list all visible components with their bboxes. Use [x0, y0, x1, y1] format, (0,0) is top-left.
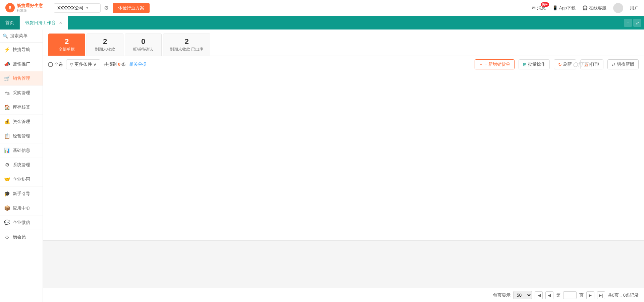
sidebar-label-purchase: 采购管理: [13, 90, 30, 96]
prev-page-button[interactable]: ◀: [545, 291, 553, 299]
sidebar-item-operations[interactable]: 📋 经营管理: [0, 129, 43, 143]
batch-button[interactable]: ⊞ 批量操作: [519, 59, 550, 69]
next-page-button[interactable]: ▶: [586, 291, 594, 299]
batch-icon: ⊞: [523, 62, 527, 67]
bag-icon: 🛍: [4, 90, 10, 96]
phone-icon: 📱: [552, 5, 558, 10]
tab-home[interactable]: 首页: [0, 16, 20, 29]
stat-tab-overdue-unshipped[interactable]: 2 到期未收款 已出库: [163, 34, 210, 56]
message-button[interactable]: ✉ 消息 99+: [532, 5, 546, 11]
chat-icon: 💬: [4, 220, 10, 226]
box-icon: 📦: [4, 205, 10, 211]
house-icon: 🏠: [4, 104, 10, 110]
refresh-button[interactable]: ↻ 刷新: [554, 59, 576, 69]
headset-icon: 🎧: [582, 5, 588, 10]
sidebar-item-purchase[interactable]: 🛍 采购管理: [0, 86, 43, 100]
avatar[interactable]: [613, 3, 623, 13]
sidebar-item-cooperation[interactable]: 🤝 企业协同: [0, 172, 43, 187]
handshake-icon: 🤝: [4, 176, 10, 182]
last-page-button[interactable]: ▶|: [597, 291, 605, 299]
sidebar-item-app-center[interactable]: 📦 应用中心: [0, 201, 43, 216]
company-name: XXXXXX公司: [57, 5, 84, 11]
print-button[interactable]: 🖨 打印: [580, 59, 603, 69]
search-menu[interactable]: 🔍 搜索菜单: [0, 29, 43, 43]
stat-label-all: 全部单据: [55, 47, 78, 52]
per-page-select[interactable]: 50 100 200: [513, 291, 532, 299]
stat-tab-all[interactable]: 2 全部单据: [48, 34, 85, 56]
pagination-bar: 每页显示 50 100 200 |◀ ◀ 第 1 页 ▶ ▶| 共0页，0条记录: [43, 288, 644, 302]
message-badge: 99+: [541, 2, 549, 7]
table-area: [43, 73, 644, 241]
related-link[interactable]: 相关单据: [129, 61, 147, 67]
stat-num-all: 2: [55, 37, 78, 46]
toolbar-right: ＋ + 新增销货单 ⊞ 批量操作 ↻ 刷新 🖨 打印 ⇄ 切换新版: [475, 59, 639, 69]
sidebar-label-sales: 销售管理: [13, 75, 30, 81]
sidebar-item-guide[interactable]: 🎓 新手引导: [0, 187, 43, 201]
maximize-button[interactable]: ⤢: [633, 19, 641, 27]
sidebar-label-cooperation: 企业协同: [13, 176, 30, 182]
trial-button[interactable]: 体验行业方案: [113, 3, 150, 13]
tab-workspace-label: 钱货日清工作台: [25, 20, 56, 26]
filter-icon: ▽: [70, 62, 73, 67]
sidebar-item-enterprise-wechat[interactable]: 💬 企业微信: [0, 216, 43, 230]
sidebar-item-quick-nav[interactable]: ⚡ 快捷导航: [0, 43, 43, 57]
print-icon: 🖨: [585, 62, 589, 67]
sidebar-label-inventory: 库存核算: [13, 104, 30, 110]
sidebar-label-marketing: 营销推广: [13, 61, 30, 67]
add-sale-button[interactable]: ＋ + 新增销货单: [475, 59, 515, 69]
switch-version-button[interactable]: ⇄ 切换新版: [607, 59, 639, 69]
chart-icon: 📊: [4, 147, 10, 154]
switch-label: 切换新版: [617, 61, 634, 67]
stat-tab-overdue[interactable]: 2 到期未收款: [87, 34, 123, 56]
sidebar-label-operations: 经营管理: [13, 133, 30, 139]
found-unit: 条: [121, 62, 126, 67]
sidebar-item-basics[interactable]: 📊 基础信息: [0, 143, 43, 158]
select-all-label: 全选: [54, 61, 63, 67]
search-icon: 🔍: [3, 34, 8, 39]
username[interactable]: 用户: [630, 5, 639, 11]
first-page-button[interactable]: |◀: [535, 291, 543, 299]
logo-icon: 6: [5, 3, 15, 12]
stat-tab-wangdian[interactable]: 0 旺铺待确认: [125, 34, 162, 56]
sidebar-label-guide: 新手引导: [13, 191, 30, 197]
search-menu-label: 搜索菜单: [10, 33, 28, 39]
service-label: 在线客服: [589, 5, 606, 11]
sidebar-label-quick-nav: 快捷导航: [13, 47, 30, 53]
cart-icon: 🛒: [4, 75, 10, 81]
toolbar: 全选 ▽ 更多条件 ∨ 共找到 0 条 相关单据 ＋ + 新增销货单 ⊞ 批量操…: [43, 56, 644, 73]
total-text: 共0页，0条记录: [608, 292, 639, 298]
refresh-label: 刷新: [563, 61, 572, 67]
sidebar-item-sales[interactable]: 🛒 销售管理: [0, 71, 43, 86]
app-download-button[interactable]: 📱 App下载: [552, 5, 576, 11]
stat-label-overdue: 到期未收款: [94, 47, 116, 52]
top-header: 6 畅捷通好生意 标准版 XXXXXX公司 ▼ ⚙ 体验行业方案 ✉ 消息 99…: [0, 0, 644, 16]
sidebar-item-inventory[interactable]: 🏠 库存核算: [0, 100, 43, 115]
page-input[interactable]: 1: [563, 291, 577, 299]
sidebar-label-enterprise-wechat: 企业微信: [13, 220, 30, 226]
stat-label-overdue-unshipped: 到期未收款 已出库: [170, 47, 203, 52]
online-service-button[interactable]: 🎧 在线客服: [582, 5, 606, 11]
tab-home-label: 首页: [5, 20, 14, 26]
tab-workspace[interactable]: 钱货日清工作台 ✕: [20, 16, 68, 29]
sidebar-item-system[interactable]: ⚙ 系统管理: [0, 158, 43, 172]
select-all-input[interactable]: [48, 62, 53, 67]
minimize-button[interactable]: －: [624, 19, 632, 27]
lightning-icon: ⚡: [4, 47, 10, 53]
found-prefix: 共找到: [104, 62, 117, 67]
select-all-checkbox[interactable]: 全选: [48, 61, 63, 67]
filter-button[interactable]: ▽ 更多条件 ∨: [66, 59, 100, 69]
sidebar-item-member[interactable]: ◇ 畅会员: [0, 230, 43, 244]
settings-icon[interactable]: ⚙: [104, 5, 109, 11]
page-suffix: 页: [579, 292, 584, 298]
sidebar-item-finance[interactable]: 💰 资金管理: [0, 115, 43, 129]
sidebar-item-marketing[interactable]: 📣 营销推广: [0, 57, 43, 71]
sidebar-label-app-center: 应用中心: [13, 205, 30, 211]
logo-text: 畅捷通好生意 标准版: [17, 3, 43, 13]
close-icon[interactable]: ✕: [59, 21, 62, 25]
logo-area: 6 畅捷通好生意 标准版: [5, 3, 48, 13]
refresh-icon: ↻: [558, 62, 562, 67]
brand-tag: 标准版: [17, 8, 43, 13]
megaphone-icon: 📣: [4, 61, 10, 67]
sidebar-label-system: 系统管理: [13, 162, 30, 168]
company-selector[interactable]: XXXXXX公司 ▼: [54, 3, 101, 13]
